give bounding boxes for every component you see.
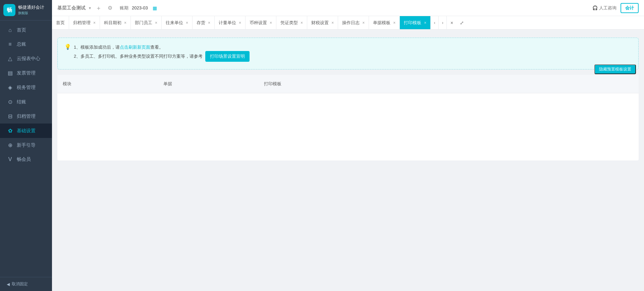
sidebar-nav: ⌂ 首页 ≡ 总账 △ 云报表中心 ▤ 发票管理 ◈ 税务管理 ⊙ 结账 ⊟ 归… xyxy=(0,20,52,277)
sidebar-item-member[interactable]: V 畅会员 xyxy=(0,152,52,166)
bulb-icon: 💡 xyxy=(64,44,71,50)
tab-subject-close[interactable]: × xyxy=(124,20,126,25)
kuaiji-button[interactable]: 会计 xyxy=(621,3,639,13)
settings-icon[interactable]: ⚙ xyxy=(106,3,114,12)
sidebar-item-tax[interactable]: ◈ 税务管理 xyxy=(0,80,52,95)
sidebar-item-guide-label: 新手引导 xyxy=(17,142,36,148)
period-value: 2023-03 xyxy=(132,5,148,10)
tab-print-template-close[interactable]: × xyxy=(424,20,426,25)
notice-line2-pre: 2、多员工、多打印机、多种业务类型设置不同打印方案等，请参考 xyxy=(74,52,203,60)
tab-partner[interactable]: 往来单位 × xyxy=(162,16,193,29)
logo-icon: 畅 xyxy=(3,4,15,16)
sidebar-item-archive[interactable]: ⊟ 归档管理 xyxy=(0,109,52,124)
tab-print-template[interactable]: 打印模板 × xyxy=(400,16,431,29)
sidebar-item-invoice[interactable]: ▤ 发票管理 xyxy=(0,66,52,80)
ai-service-button[interactable]: 🎧 人工咨询 xyxy=(592,5,616,11)
tab-voucher-type[interactable]: 凭证类型 × xyxy=(276,16,307,29)
ledger-icon: ≡ xyxy=(7,41,13,47)
notice-text-block: 1、模板添加成功后，请点击刷新新页面查看。 2、多员工、多打印机、多种业务类型设… xyxy=(74,43,250,62)
tab-unit-label: 计量单位 xyxy=(219,20,236,26)
period-label: 账期 xyxy=(120,5,128,11)
th-module: 模块 xyxy=(57,78,158,90)
hide-settings-button[interactable]: 隐藏预置模板设置 xyxy=(594,64,636,74)
home-icon: ⌂ xyxy=(7,27,13,33)
tab-subject[interactable]: 科目期初 × xyxy=(100,16,131,29)
sidebar-item-home[interactable]: ⌂ 首页 xyxy=(0,23,52,37)
ai-service-label: 人工咨询 xyxy=(599,5,616,11)
sidebar-item-close[interactable]: ⊙ 结账 xyxy=(0,95,52,109)
tab-stock-close[interactable]: × xyxy=(208,20,210,25)
table-body xyxy=(57,93,639,160)
tab-home[interactable]: 首页 xyxy=(52,16,69,29)
sidebar-item-cloud-report[interactable]: △ 云报表中心 xyxy=(0,51,52,66)
notice-refresh-link[interactable]: 点击刷新新页面 xyxy=(120,45,150,50)
tab-voucher-type-close[interactable]: × xyxy=(301,20,303,25)
tab-tax-settings-label: 财税设置 xyxy=(311,20,329,26)
tab-dept-close[interactable]: × xyxy=(155,20,157,25)
tab-voucher-template-close[interactable]: × xyxy=(393,20,395,25)
notice-box: 💡 1、模板添加成功后，请点击刷新新页面查看。 2、多员工、多打印机、多种业务类… xyxy=(57,38,639,69)
unpin-label: 取消固定 xyxy=(12,281,28,287)
calendar-icon[interactable]: ▦ xyxy=(153,5,157,11)
company-name: 基层工会测试 xyxy=(57,5,86,11)
unpin-icon: ◀ xyxy=(7,282,10,287)
print-template-table: 模块 单据 打印模板 xyxy=(57,75,639,160)
notice-row-1: 💡 1、模板添加成功后，请点击刷新新页面查看。 2、多员工、多打印机、多种业务类… xyxy=(64,43,632,62)
tab-archive[interactable]: 归档管理 × xyxy=(69,16,100,29)
sidebar-item-basic[interactable]: ✿ 基础设置 xyxy=(0,124,52,138)
main-content: 隐藏预置模板设置 💡 1、模板添加成功后，请点击刷新新页面查看。 2、多员工、多… xyxy=(52,30,644,291)
tab-expand-button[interactable]: ⤢ xyxy=(457,16,467,29)
tab-unit-close[interactable]: × xyxy=(239,20,241,25)
tab-prev-button[interactable]: ‹ xyxy=(431,16,439,29)
tab-dept[interactable]: 部门员工 × xyxy=(131,16,162,29)
tab-close-all-button[interactable]: × xyxy=(447,16,457,29)
th-template: 打印模板 xyxy=(259,78,639,90)
tab-dept-label: 部门员工 xyxy=(135,20,152,26)
tabs-bar: 首页 归档管理 × 科目期初 × 部门员工 × 往来单位 × 存货 × 计量单位… xyxy=(52,16,644,30)
sidebar-item-ledger[interactable]: ≡ 总账 xyxy=(0,37,52,51)
tab-operation-log[interactable]: 操作日志 × xyxy=(338,16,369,29)
notice-line1-pre: 1、模板添加成功后，请 xyxy=(74,45,120,50)
print-scene-button[interactable]: 打印场景设置宣明 xyxy=(205,51,250,61)
tab-tax-settings[interactable]: 财税设置 × xyxy=(307,16,338,29)
sidebar-item-basic-label: 基础设置 xyxy=(17,128,36,134)
tab-voucher-template-label: 单据模板 xyxy=(373,20,390,26)
add-tab-button[interactable]: ＋ xyxy=(94,3,103,13)
tab-partner-label: 往来单位 xyxy=(166,20,183,26)
tab-operation-log-label: 操作日志 xyxy=(342,20,360,26)
table-header: 模块 单据 打印模板 xyxy=(57,75,639,93)
tab-currency-close[interactable]: × xyxy=(270,20,272,25)
sidebar-item-archive-label: 归档管理 xyxy=(17,113,36,119)
tab-voucher-type-label: 凭证类型 xyxy=(280,20,298,26)
tab-currency[interactable]: 币种设置 × xyxy=(246,16,276,29)
archive-icon: ⊟ xyxy=(7,113,13,119)
tab-partner-close[interactable]: × xyxy=(186,20,188,25)
tab-print-template-label: 打印模板 xyxy=(404,20,421,26)
tab-archive-label: 归档管理 xyxy=(73,20,91,26)
sidebar-item-home-label: 首页 xyxy=(17,27,26,33)
tab-next-button[interactable]: › xyxy=(439,16,447,29)
tab-tax-settings-close[interactable]: × xyxy=(331,20,334,25)
member-icon: V xyxy=(7,156,13,162)
sidebar: 畅 畅捷通好会计 旗舰版 ⌂ 首页 ≡ 总账 △ 云报表中心 ▤ 发票管理 ◈ … xyxy=(0,0,52,291)
tab-stock[interactable]: 存货 × xyxy=(193,16,215,29)
sidebar-item-guide[interactable]: ⊕ 新手引导 xyxy=(0,138,52,152)
tab-unit[interactable]: 计量单位 × xyxy=(215,16,246,29)
unpin-button[interactable]: ◀ 取消固定 xyxy=(0,277,52,291)
sidebar-item-invoice-label: 发票管理 xyxy=(17,70,36,76)
tab-archive-close[interactable]: × xyxy=(93,20,96,25)
notice-line1-post: 查看。 xyxy=(150,45,163,50)
app-sub: 旗舰版 xyxy=(18,11,44,15)
company-dropdown-icon[interactable]: ▾ xyxy=(89,6,91,10)
logo-text-block: 畅捷通好会计 旗舰版 xyxy=(18,5,44,16)
sidebar-logo: 畅 畅捷通好会计 旗舰版 xyxy=(0,0,52,20)
guide-icon: ⊕ xyxy=(7,142,13,148)
tax-icon: ◈ xyxy=(7,84,13,91)
tab-home-label: 首页 xyxy=(56,20,65,26)
basic-icon: ✿ xyxy=(7,128,13,134)
tab-operation-log-close[interactable]: × xyxy=(362,20,365,25)
app-name: 畅捷通好会计 xyxy=(18,5,44,10)
sidebar-item-tax-label: 税务管理 xyxy=(17,85,36,91)
tab-voucher-template[interactable]: 单据模板 × xyxy=(369,16,400,29)
header: 基层工会测试 ▾ ＋ ⚙ 账期 2023-03 ▦ 🎧 人工咨询 会计 xyxy=(52,0,644,16)
